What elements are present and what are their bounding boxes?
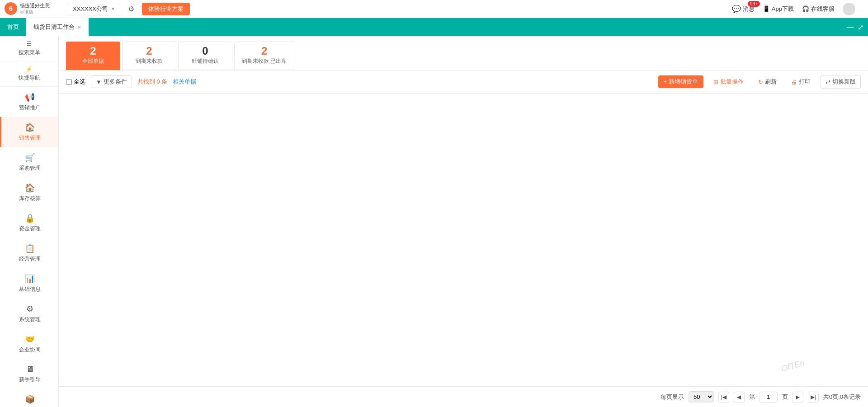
sidebar-item-marketing[interactable]: 📢 营销推广 [0,87,58,117]
count-prefix: 共找到 [137,78,155,85]
system-icon: ⚙ [26,304,33,314]
summary-label-overdue: 到期未收款 [130,57,169,65]
pagination: 每页显示 50 100 200 |◀ ◀ 第 页 ▶ ▶| 共0页,0条记录 [59,386,868,407]
sidebar-item-appstore[interactable]: 📦 应用中心 [0,389,58,407]
summary-tab-overdue-out[interactable]: 2 到期未收款 已出库 [234,42,294,70]
summary-tab-all[interactable]: 2 全部单据 [66,42,120,70]
tab-home[interactable]: 首页 [0,18,26,36]
sidebar-search[interactable]: ☰ 搜索菜单 [0,36,58,61]
next-page-button[interactable]: ▶ [793,392,803,402]
close-tab-icon[interactable]: ✕ [77,24,81,30]
print-icon: 🖨 [791,79,797,85]
summary-tab-pending[interactable]: 0 旺铺待确认 [178,42,232,70]
page-label: 第 [749,393,755,401]
summary-tab-overdue[interactable]: 2 到期未收款 [122,42,176,70]
sidebar-shortcut[interactable]: ⚡ 快捷导航 [0,61,58,87]
page-input[interactable] [760,392,778,402]
guide-icon: 🖥 [26,365,34,374]
refresh-button[interactable]: ↻ 刷新 [754,75,781,88]
refresh-icon: ↻ [758,79,763,85]
sidebar-item-coop[interactable]: 🤝 企业协同 [0,329,58,359]
select-all-input[interactable] [66,79,72,85]
sidebar-item-guide-label: 新手引导 [19,376,41,384]
sidebar: ☰ 搜索菜单 ⚡ 快捷导航 📢 营销推广 🏠 销售管理 🛒 采购管理 🏠 库存核… [0,36,59,407]
toolbar: 全选 ▼ 更多条件 共找到 0 条 相关单据 + 新增销货单 ⊞ 批量操作 ↻ [59,70,868,94]
first-page-button[interactable]: |◀ [718,392,729,402]
sidebar-item-finance-label: 资金管理 [19,225,41,233]
tab-home-label: 首页 [7,23,19,31]
minimize-icon[interactable]: — [847,23,854,31]
summary-label-all: 全部单据 [74,57,113,65]
settings-icon[interactable]: ⚙ [125,3,137,15]
sidebar-item-coop-label: 企业协同 [19,346,41,354]
sidebar-search-label: 搜索菜单 [19,49,40,56]
per-page-select[interactable]: 50 100 200 [689,391,714,402]
company-selector[interactable]: XXXXXX公司 ▼ [68,3,120,15]
sidebar-item-operations[interactable]: 📋 经营管理 [0,238,58,268]
logo-area: 6 畅捷通好生意 标准版 [5,2,63,15]
app-tag: 标准版 [20,9,50,15]
online-service-link[interactable]: 🎧 在线客服 [802,5,835,13]
sidebar-item-sales[interactable]: 🏠 销售管理 [0,117,58,147]
avatar[interactable] [843,3,855,15]
related-records-link[interactable]: 相关单据 [173,78,196,86]
download-icon: 📱 [763,5,770,12]
sidebar-item-system[interactable]: ⚙ 系统管理 [0,299,58,329]
shortcut-icon: ⚡ [26,66,33,72]
total-records: 共0页,0条记录 [823,393,861,401]
summary-count-overdue: 2 [130,46,169,56]
message-notification[interactable]: 💬 消息 99+ [732,5,755,13]
message-badge: 99+ [748,1,760,7]
count-value: 0 [157,78,160,85]
filter-icon: ▼ [96,79,102,85]
main-layout: ☰ 搜索菜单 ⚡ 快捷导航 📢 营销推广 🏠 销售管理 🛒 采购管理 🏠 库存核… [0,36,868,407]
summary-label-pending: 旺铺待确认 [186,57,225,65]
service-icon: 🎧 [802,5,809,12]
switch-icon: ⇄ [826,79,830,85]
filter-label: 更多条件 [104,78,127,86]
top-right-actions: 💬 消息 99+ 📱 App下载 🎧 在线客服 [732,3,863,15]
sales-icon: 🏠 [25,122,35,132]
search-icon: ☰ [27,41,32,47]
filter-button[interactable]: ▼ 更多条件 [91,75,132,88]
summary-tabs: 2 全部单据 2 到期未收款 0 旺铺待确认 2 到期未收款 已出库 [59,36,868,70]
sidebar-item-finance[interactable]: 🔒 资金管理 [0,208,58,238]
select-all-checkbox[interactable]: 全选 [66,78,85,86]
sidebar-item-purchase[interactable]: 🛒 采购管理 [0,147,58,178]
coop-icon: 🤝 [25,334,35,344]
page-label-end: 页 [782,393,788,401]
print-button[interactable]: 🖨 打印 [787,75,815,88]
finance-icon: 🔒 [25,213,35,223]
prev-page-button[interactable]: ◀ [734,392,745,402]
switch-version-button[interactable]: ⇄ 切换新版 [821,75,861,89]
count-display: 共找到 0 条 [137,78,167,86]
batch-icon: ⊞ [713,79,718,85]
sidebar-item-guide[interactable]: 🖥 新手引导 [0,359,58,389]
sidebar-item-inventory[interactable]: 🏠 库存核算 [0,178,58,208]
sidebar-item-base-label: 基础信息 [19,285,41,293]
service-label: 在线客服 [811,5,835,13]
batch-operation-button[interactable]: ⊞ 批量操作 [709,75,748,88]
top-bar: 6 畅捷通好生意 标准版 XXXXXX公司 ▼ ⚙ 体验行业方案 💬 消息 99… [0,0,868,18]
sidebar-item-purchase-label: 采购管理 [19,164,41,172]
message-icon: 💬 [732,5,741,13]
tab-work-label: 钱货日清工作台 [33,23,75,31]
sidebar-shortcut-label: 快捷导航 [19,74,40,82]
chevron-down-icon: ▼ [111,6,115,11]
logo-icon: 6 [5,2,17,15]
trial-button[interactable]: 体验行业方案 [142,3,190,15]
add-sales-order-button[interactable]: + 新增销货单 [658,75,703,88]
sidebar-item-operations-label: 经营管理 [19,255,41,263]
tab-work[interactable]: 钱货日清工作台 ✕ [26,18,89,36]
sidebar-item-sales-label: 销售管理 [19,134,41,142]
company-name: XXXXXX公司 [73,5,108,13]
sidebar-item-system-label: 系统管理 [19,316,41,323]
app-download-link[interactable]: 📱 App下载 [763,5,794,13]
sidebar-item-base[interactable]: 📊 基础信息 [0,268,58,299]
summary-count-overdue-out: 2 [242,46,287,56]
summary-count-pending: 0 [186,46,225,56]
maximize-icon[interactable]: ⤢ [858,23,863,32]
inventory-icon: 🏠 [25,183,35,193]
select-all-label: 全选 [74,78,85,86]
last-page-button[interactable]: ▶| [808,392,819,402]
